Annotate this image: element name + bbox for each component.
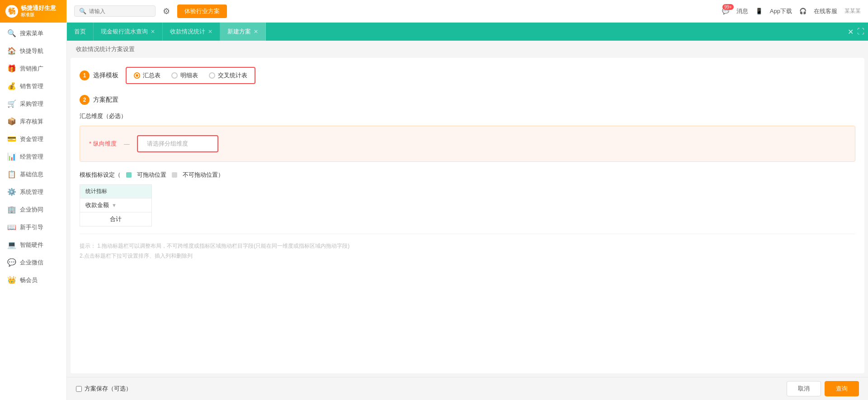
- search-input[interactable]: [89, 8, 148, 14]
- sidebar-item-label: 库存核算: [20, 118, 43, 126]
- dim-arrow: —: [124, 141, 130, 147]
- main-area: 🔍 ⚙ 体验行业方案 💬 99+ 消息 📱 App下载 🎧 在线客服 某某某 首…: [67, 0, 868, 400]
- sidebar-item-label: 经营管理: [20, 153, 43, 161]
- sidebar-item-guide[interactable]: 📖 新手引导: [0, 218, 66, 236]
- sidebar-item-marketing[interactable]: 🎁 营销推广: [0, 60, 66, 77]
- sidebar-item-inventory[interactable]: 📦 库存核算: [0, 113, 66, 130]
- tab-bank-close[interactable]: ✕: [151, 28, 155, 35]
- sidebar-item-sales[interactable]: 💰 销售管理: [0, 77, 66, 95]
- sidebar-item-label: 系统管理: [20, 188, 43, 196]
- option-summary-label: 汇总表: [143, 71, 160, 80]
- dimension-area: * 纵向维度 — 请选择分组维度: [80, 126, 855, 162]
- tab-new-plan[interactable]: 新建方案 ✕: [220, 23, 266, 41]
- sidebar-item-label: 基础信息: [20, 170, 43, 179]
- tab-home-label: 首页: [74, 28, 86, 36]
- page-title: 收款情况统计方案设置: [67, 41, 868, 58]
- tabbar-controls: ✕ ⛶: [844, 23, 868, 41]
- tab-receipts-label: 收款情况统计: [170, 28, 205, 36]
- sidebar-item-label: 新手引导: [20, 223, 43, 231]
- page-body: 1 选择模板 汇总表 明细表: [71, 58, 864, 373]
- gear-button[interactable]: ⚙: [163, 6, 170, 16]
- chat-icon: 💬: [7, 258, 16, 267]
- search-icon: 🔍: [79, 8, 86, 14]
- home-icon: 🏠: [7, 47, 16, 55]
- stats-table: 统计指标 收款金额 ▼ 合计: [80, 184, 152, 226]
- trial-btn[interactable]: 体验行业方案: [177, 5, 227, 18]
- drag-label: 可拖动位置: [137, 171, 166, 179]
- option-cross[interactable]: 交叉统计表: [209, 71, 247, 80]
- sidebar-item-label: 销售管理: [20, 82, 43, 90]
- query-button[interactable]: 查询: [825, 381, 859, 396]
- book-icon: 📖: [7, 223, 16, 231]
- tab-home[interactable]: 首页: [67, 23, 94, 41]
- radio-detail[interactable]: [171, 72, 178, 79]
- dim-select[interactable]: 请选择分组维度: [137, 135, 218, 152]
- crown-icon: 👑: [7, 276, 16, 284]
- stats-amount-label: 收款金额: [85, 201, 109, 209]
- drag-dot-teal: [126, 172, 132, 178]
- hint-1: 提示： 1.拖动标题栏可以调整布局，不可跨维度或指标区域拖动栏目字段(只能在同一…: [80, 241, 855, 251]
- step2-section: 2 方案配置 汇总维度（必选） * 纵向维度 — 请选择分组维度: [80, 95, 855, 261]
- sidebar-item-label: 企业微信: [20, 259, 43, 267]
- topbar: 🔍 ⚙ 体验行业方案 💬 99+ 消息 📱 App下载 🎧 在线客服 某某某: [67, 0, 868, 23]
- sidebar-item-quick-nav[interactable]: 🏠 快捷导航: [0, 42, 66, 60]
- dim-select-placeholder: 请选择分组维度: [147, 140, 188, 147]
- drag-indicator: [126, 172, 132, 178]
- logo-icon: 畅: [5, 5, 18, 18]
- hint-2: 2.点击标题栏下拉可设置排序、插入列和删除列: [80, 251, 855, 261]
- metrics-section: 模板指标设定（ 可拖动位置 不可拖动位置） 统计指标: [80, 171, 855, 226]
- sidebar-item-member[interactable]: 👑 畅会员: [0, 271, 66, 289]
- sidebar-menu: 🔍 搜索菜单 🏠 快捷导航 🎁 营销推广 💰 销售管理 🛒 采购管理 📦 库存核…: [0, 23, 66, 400]
- message-badge: 99+: [722, 4, 734, 10]
- maximize-window-icon[interactable]: ⛶: [857, 28, 864, 36]
- clipboard-icon: 📋: [7, 170, 16, 179]
- sidebar-item-label: 智能硬件: [20, 241, 43, 249]
- tab-receipts-close[interactable]: ✕: [208, 28, 212, 35]
- sidebar-item-label: 采购管理: [20, 100, 43, 108]
- logo-sub: 标准版: [21, 12, 56, 18]
- step1-section: 1 选择模板 汇总表 明细表: [80, 67, 855, 84]
- search-box[interactable]: 🔍: [74, 5, 156, 17]
- content-area: 收款情况统计方案设置 1 选择模板 汇总表: [67, 41, 868, 400]
- app-download-label[interactable]: App下载: [770, 7, 792, 15]
- radio-summary[interactable]: [134, 72, 140, 79]
- tab-new-plan-close[interactable]: ✕: [254, 28, 258, 35]
- service-label[interactable]: 在线客服: [814, 7, 837, 15]
- tab-new-plan-label: 新建方案: [227, 28, 251, 36]
- radio-cross[interactable]: [209, 72, 215, 79]
- sidebar-item-search-menu[interactable]: 🔍 搜索菜单: [0, 24, 66, 42]
- option-detail[interactable]: 明细表: [171, 71, 198, 80]
- stats-dropdown-icon[interactable]: ▼: [112, 202, 117, 208]
- cancel-button[interactable]: 取消: [787, 381, 821, 396]
- sidebar-item-system[interactable]: ⚙️ 系统管理: [0, 183, 66, 201]
- sidebar-item-hardware[interactable]: 💻 智能硬件: [0, 236, 66, 254]
- close-window-icon[interactable]: ✕: [848, 28, 854, 36]
- save-checkbox[interactable]: [76, 386, 82, 392]
- sidebar-item-wechat[interactable]: 💬 企业微信: [0, 254, 66, 271]
- topbar-right: 💬 99+ 消息 📱 App下载 🎧 在线客服 某某某: [722, 7, 861, 15]
- sidebar-item-finance[interactable]: 💳 资金管理: [0, 130, 66, 148]
- service-icon: 🎧: [799, 8, 807, 14]
- tab-bank[interactable]: 现金银行流水查询 ✕: [94, 23, 163, 41]
- sidebar-item-enterprise[interactable]: 🏢 企业协同: [0, 201, 66, 218]
- tab-receipts[interactable]: 收款情况统计 ✕: [163, 23, 220, 41]
- option-cross-label: 交叉统计表: [218, 71, 247, 80]
- drag-dot-grey: [172, 172, 177, 178]
- option-summary[interactable]: 汇总表: [134, 71, 160, 80]
- user-label: 某某某: [844, 7, 861, 15]
- save-checkbox-label[interactable]: 方案保存（可选）: [76, 385, 132, 393]
- sidebar-item-label: 资金管理: [20, 135, 43, 143]
- sidebar-item-operations[interactable]: 📊 经营管理: [0, 148, 66, 165]
- sidebar-item-purchase[interactable]: 🛒 采购管理: [0, 95, 66, 113]
- tabbar: 首页 现金银行流水查询 ✕ 收款情况统计 ✕ 新建方案 ✕ ✕ ⛶: [67, 23, 868, 41]
- save-checkbox-text: 方案保存（可选）: [85, 385, 132, 393]
- chart-icon: 📊: [7, 152, 16, 161]
- search-menu-icon: 🔍: [7, 29, 16, 38]
- sidebar-item-basics[interactable]: 📋 基础信息: [0, 165, 66, 183]
- message-label: 消息: [736, 7, 748, 15]
- message-btn[interactable]: 💬 99+: [722, 8, 729, 14]
- settings-icon: ⚙️: [7, 188, 16, 196]
- sidebar-item-label: 快捷导航: [20, 47, 43, 55]
- money-icon: 💰: [7, 82, 16, 90]
- step1-title: 选择模板: [93, 71, 118, 80]
